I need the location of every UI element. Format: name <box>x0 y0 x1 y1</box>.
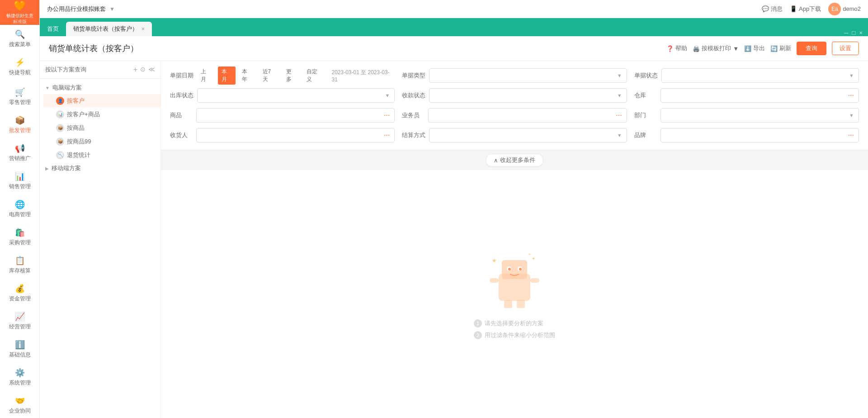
content-area: 销货单统计表（按客户） ❓ 帮助 🖨️ 按模板打印 ▼ ⬇️ 导出 🔄 刷新 <box>40 36 868 418</box>
warehouse-control[interactable]: ··· <box>660 88 859 103</box>
message-label: 消息 <box>771 5 783 13</box>
print-btn[interactable]: 🖨️ 按模板打印 ▼ <box>693 44 739 52</box>
settlement-control[interactable]: ▼ <box>429 128 627 142</box>
sidebar-item-enterprise[interactable]: 🤝 企业协同 <box>0 391 39 418</box>
close-btn[interactable]: × <box>859 29 863 36</box>
svg-rect-1 <box>502 260 527 279</box>
settings-button[interactable]: 设置 <box>832 42 859 55</box>
tree-group-desktop[interactable]: ▼ 电脑端方案 <box>40 81 160 94</box>
salesperson-control[interactable]: ··· <box>428 108 627 123</box>
date-tab-7days[interactable]: 近7天 <box>259 66 280 85</box>
tab-home[interactable]: 首页 <box>40 22 66 36</box>
collapse-button[interactable]: ∧ 收起更多条件 <box>486 154 543 166</box>
sidebar-item-search[interactable]: 🔍 搜索菜单 <box>0 25 39 53</box>
sidebar-item-label: 快捷导航 <box>9 69 31 76</box>
tabs-controls: ─ □ × <box>839 29 868 36</box>
date-tab-this-year[interactable]: 本年 <box>238 66 256 85</box>
filter-collect-status: 收款状态 ▼ <box>402 88 627 103</box>
sidebar-item-label: 搜索菜单 <box>9 41 31 48</box>
step-2-circle: 2 <box>474 331 482 339</box>
tree-desktop-items: 👤 按客户 📊 按客户+商品 📦 <box>43 94 160 162</box>
filter-row-1: 单据日期 上月 本月 本年 近7天 更多 自定义 20 <box>170 68 859 83</box>
refresh-btn[interactable]: 🔄 刷新 <box>770 44 791 52</box>
sidebar-item-basic[interactable]: ℹ️ 基础信息 <box>0 335 39 363</box>
message-icon: 💬 <box>762 5 769 12</box>
sidebar-item-marketing[interactable]: 📢 营销推广 <box>0 139 39 167</box>
collapse-panel-btn[interactable]: ≪ <box>148 66 155 74</box>
brand-dots[interactable]: ··· <box>848 131 854 139</box>
out-status-control[interactable]: ▼ <box>197 88 395 103</box>
order-type-label: 单据类型 <box>402 71 425 80</box>
salesperson-dots[interactable]: ··· <box>616 111 622 119</box>
sidebar-item-management[interactable]: 📈 经营管理 <box>0 307 39 335</box>
sidebar-item-finance[interactable]: 💰 资金管理 <box>0 279 39 307</box>
receiver-control[interactable]: ··· <box>196 128 395 142</box>
marketing-icon: 📢 <box>15 143 25 153</box>
tab-sales-stats[interactable]: 销货单统计表（按客户） × <box>66 22 152 36</box>
topbar-dropdown[interactable]: ▼ <box>109 6 115 12</box>
tree-group-mobile[interactable]: ▶ 移动端方案 <box>40 162 160 175</box>
tree-item-by-product[interactable]: 📦 按商品 <box>43 121 160 135</box>
tabs-bar: 首页 销货单统计表（按客户） × ─ □ × <box>40 18 868 36</box>
step-1-circle: 1 <box>474 319 482 328</box>
tree-item-by-customer[interactable]: 👤 按客户 <box>43 94 160 108</box>
scheme-icon-2: 📊 <box>56 110 64 119</box>
help-label: 帮助 <box>675 44 687 52</box>
filter-out-status: 出库状态 ▼ <box>170 88 395 103</box>
query-button[interactable]: 查询 <box>797 42 826 55</box>
order-type-control[interactable]: ▼ <box>429 68 627 83</box>
sidebar-item-system[interactable]: ⚙️ 系统管理 <box>0 363 39 391</box>
print-dropdown-icon[interactable]: ▼ <box>733 45 739 52</box>
user-info[interactable]: Ea demo2 <box>828 3 861 15</box>
tree-item-return-stats[interactable]: 📉 退货统计 <box>43 148 160 162</box>
date-tab-more[interactable]: 更多 <box>283 66 301 85</box>
app-download-btn[interactable]: 📱 App下载 <box>790 5 821 13</box>
sidebar-item-ecommerce[interactable]: 🌐 电商管理 <box>0 195 39 223</box>
export-btn[interactable]: ⬇️ 导出 <box>744 44 765 52</box>
edit-scheme-btn[interactable]: ⊙ <box>140 66 146 74</box>
management-icon: 📈 <box>15 312 25 322</box>
order-status-control[interactable]: ▼ <box>661 68 859 83</box>
system-icon: ⚙️ <box>15 368 25 378</box>
sidebar-item-label: 零售管理 <box>9 99 31 106</box>
sidebar-item-inventory[interactable]: 📋 库存核算 <box>0 251 39 279</box>
maximize-btn[interactable]: □ <box>852 29 856 36</box>
sidebar-item-label: 资金管理 <box>9 295 31 303</box>
warehouse-dots[interactable]: ··· <box>848 91 854 100</box>
sidebar-item-purchase[interactable]: 🛍️ 采购管理 <box>0 223 39 251</box>
hint-1-text: 请先选择要分析的方案 <box>485 319 543 328</box>
date-tab-this-month[interactable]: 本月 <box>218 66 236 85</box>
svg-text:✦: ✦ <box>528 252 531 256</box>
tree-item-product-99[interactable]: 📦 按商品99 <box>43 135 160 148</box>
receiver-dots[interactable]: ··· <box>384 131 390 139</box>
sidebar-item-sales[interactable]: 📊 销售管理 <box>0 167 39 195</box>
tree-item-customer-product[interactable]: 📊 按客户+商品 <box>43 108 160 121</box>
logo-text: 畅捷信好生意 <box>6 13 33 19</box>
sidebar-item-quick-nav[interactable]: ⚡ 快捷导航 <box>0 53 39 81</box>
minimize-btn[interactable]: ─ <box>844 29 848 36</box>
product-control[interactable]: ··· <box>196 108 395 123</box>
product-label: 商品 <box>170 111 193 119</box>
sidebar-item-wholesale[interactable]: 📦 批发管理 <box>0 111 39 139</box>
add-scheme-btn[interactable]: + <box>133 66 137 74</box>
collect-status-control[interactable]: ▼ <box>429 88 627 103</box>
app-logo: 🧡 畅捷信好生意 标准版 <box>0 0 40 25</box>
help-btn[interactable]: ❓ 帮助 <box>666 44 687 52</box>
empty-state: ★ ✦ ✦ 1 请先选择要分析的方案 2 用过滤条件来缩小分析范围 <box>161 170 868 418</box>
logo-subtext: 标准版 <box>13 19 27 25</box>
dept-control[interactable]: ▼ <box>660 108 859 123</box>
tree-expand-icon: ▶ <box>45 166 49 171</box>
sidebar-item-label: 电商管理 <box>9 211 31 218</box>
topbar-right: 💬 消息 📱 App下载 Ea demo2 <box>762 3 861 15</box>
collapse-bar[interactable]: ∧ 收起更多条件 <box>161 150 868 170</box>
date-tab-custom[interactable]: 自定义 <box>303 66 326 85</box>
product-dots[interactable]: ··· <box>384 111 390 119</box>
receiver-label: 收货人 <box>170 131 193 139</box>
date-tab-last-month[interactable]: 上月 <box>197 66 215 85</box>
tab-close-btn[interactable]: × <box>142 26 145 32</box>
sidebar-item-retail[interactable]: 🛒 零售管理 <box>0 83 39 111</box>
brand-control[interactable]: ··· <box>660 128 859 142</box>
warehouse-label: 仓库 <box>634 91 657 100</box>
refresh-label: 刷新 <box>779 44 791 52</box>
message-btn[interactable]: 💬 消息 <box>762 5 783 13</box>
